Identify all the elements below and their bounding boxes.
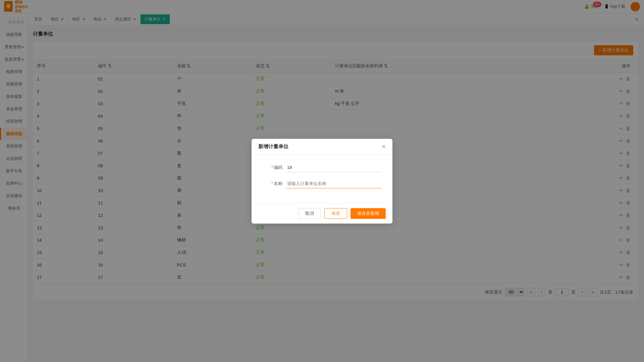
modal-footer: 取消 保存 保存并新增 [252,203,392,224]
cancel-button[interactable]: 取消 [298,208,321,219]
modal-overlay[interactable]: 新增计量单位 ✕ 编码 名称 取消 保存 保存并新增 [0,0,644,362]
modal-header: 新增计量单位 ✕ [252,139,392,155]
code-input[interactable] [286,163,382,172]
add-unit-modal: 新增计量单位 ✕ 编码 名称 取消 保存 保存并新增 [252,139,392,224]
form-item-code: 编码 [262,163,382,172]
name-label: 名称 [262,181,282,187]
code-label: 编码 [262,165,282,171]
modal-body: 编码 名称 [252,155,392,203]
save-and-new-button[interactable]: 保存并新增 [351,208,386,219]
save-button[interactable]: 保存 [324,208,347,219]
modal-title: 新增计量单位 [258,143,288,150]
name-input[interactable] [286,179,382,188]
modal-close-button[interactable]: ✕ [381,143,386,150]
form-item-name: 名称 [262,179,382,188]
